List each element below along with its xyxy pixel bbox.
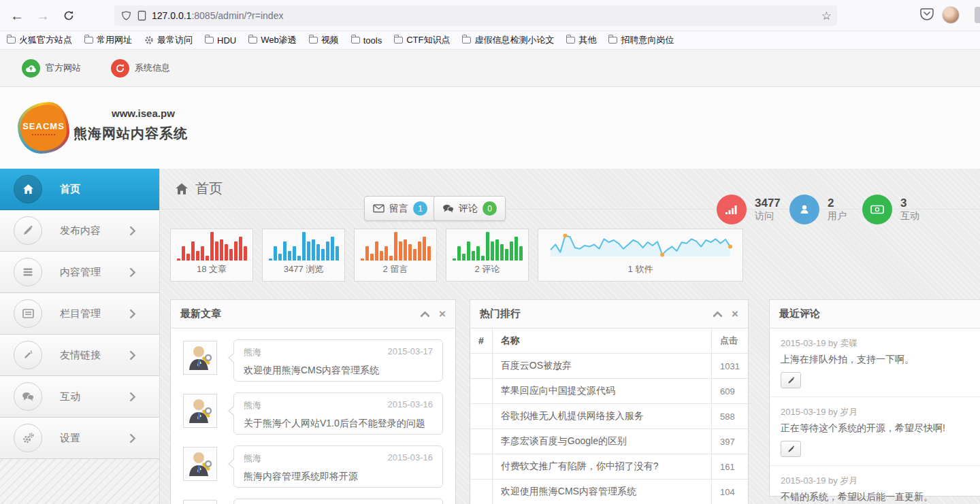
site-url: www.isea.pw (112, 107, 188, 119)
chat-bubbles-icon (442, 204, 454, 213)
pocket-icon[interactable] (919, 6, 935, 22)
chevron-right-icon (130, 434, 136, 443)
sidebar-nav: 首页 发布内容 内容管理 栏目管理 友情链接 互动 (0, 169, 160, 504)
article-name[interactable]: 苹果回应向中国提交源代码 (492, 379, 711, 404)
comment-meta: 2015-03-19 by 岁月 (781, 475, 980, 487)
sidebar-item-interaction[interactable]: 互动 (0, 376, 159, 418)
panel-header: 热门排行 × (470, 300, 748, 329)
panel-header: 最新文章 × (171, 300, 455, 329)
system-info-button[interactable]: 系统信息 (111, 59, 170, 78)
close-icon[interactable]: × (439, 308, 446, 320)
article-item[interactable]: 熊海2015-03-17 欢迎使用熊海CMS内容管理系统 (182, 339, 444, 382)
chevron-right-icon (130, 309, 136, 318)
comments-chart-label: 2 评论 (475, 263, 500, 275)
stat-box-messages[interactable]: 2 留言 (354, 229, 437, 282)
pencil-icon (787, 377, 795, 384)
folder-icon (205, 37, 214, 44)
article-name[interactable]: 百度云OS被放弃 (492, 354, 711, 379)
article-name[interactable]: 李彦宏谈百度与Google的区别 (492, 429, 711, 454)
bookmark-item[interactable]: 常用网址 (84, 34, 132, 46)
software-line-chart (548, 229, 733, 261)
reload-button[interactable] (59, 5, 79, 26)
bookmark-item[interactable]: tools (351, 35, 382, 46)
stat-box-articles[interactable]: 18 文章 (170, 229, 253, 282)
article-item[interactable]: 熊海2015-03-16 熊海内容管理系统即将开源 (182, 446, 444, 488)
sidebar-item-settings[interactable]: 设置 (0, 418, 159, 459)
stat-box-software[interactable]: 1 软件 (538, 229, 743, 282)
sidebar-item-publish[interactable]: 发布内容 (0, 210, 159, 252)
comments-button[interactable]: 评论 0 (434, 196, 506, 221)
profile-avatar[interactable] (942, 6, 960, 24)
interactions-value: 3 (900, 197, 919, 210)
back-button[interactable]: ← (7, 5, 27, 26)
collapse-icon[interactable] (713, 312, 722, 317)
bar-chart-icon (717, 195, 747, 224)
table-row[interactable]: 欢迎使用熊海CMS内容管理系统104 (470, 480, 748, 504)
folder-icon (84, 37, 93, 44)
breadcrumb: 首页 (160, 169, 980, 209)
bookmark-label: 虚假信息检测小论文 (474, 34, 554, 46)
shield-icon[interactable] (121, 10, 131, 22)
bookmark-item[interactable]: 视频 (309, 34, 339, 46)
bookmark-item[interactable]: HDU (205, 35, 236, 46)
articles-chart-label: 18 文章 (197, 263, 227, 275)
chevron-right-icon (130, 226, 136, 235)
article-name[interactable]: 付费软文推广有陷阱，你中招了没有? (492, 454, 711, 480)
sidebar-item-links[interactable]: 友情链接 (0, 335, 159, 376)
table-row[interactable]: 谷歌拟推无人机提供网络接入服务588 (470, 404, 748, 429)
article-title[interactable]: 熊海内容管理系统即将开源 (244, 471, 433, 483)
bookmark-label: Web渗透 (261, 34, 297, 46)
bookmark-label: CTF知识点 (406, 34, 450, 46)
messages-label: 留言 (389, 203, 408, 215)
main-content: 首页 18 文章 3477 浏览 2 留言 2 评论 1 软件 最新文章 (160, 169, 980, 504)
edit-comment-button[interactable] (781, 441, 801, 457)
folder-icon (566, 37, 575, 44)
table-row[interactable]: 李彦宏谈百度与Google的区别397 (470, 429, 748, 454)
bookmark-item[interactable]: 其他 (566, 34, 596, 46)
article-title[interactable]: 关于熊海个人网站V1.0后台不能登录的问题 (244, 418, 433, 430)
folder-icon (248, 37, 257, 44)
bookmark-item[interactable]: 招聘意向岗位 (608, 34, 674, 46)
user-icon (789, 195, 819, 224)
official-site-button[interactable]: 官方网站 (22, 59, 81, 78)
visits-label: 访问 (755, 210, 781, 222)
bookmark-item[interactable]: 火狐官方站点 (7, 34, 72, 46)
stat-box-comments[interactable]: 2 评论 (446, 229, 529, 282)
stat-box-views[interactable]: 3477 浏览 (262, 229, 345, 282)
table-row[interactable]: 付费软文推广有陷阱，你中招了没有?161 (470, 454, 748, 480)
comments-bar-chart (453, 231, 523, 261)
article-author: 熊海 (244, 452, 261, 465)
close-icon[interactable]: × (732, 308, 738, 320)
sidebar-item-home[interactable]: 首页 (0, 169, 159, 210)
table-row[interactable]: 苹果回应向中国提交源代码609 (470, 379, 748, 404)
article-title[interactable]: 欢迎使用熊海CMS内容管理系统 (244, 365, 433, 377)
edit-comment-button[interactable] (781, 372, 801, 388)
article-name[interactable]: 谷歌拟推无人机提供网络接入服务 (492, 404, 711, 429)
extension-icon[interactable] (975, 7, 980, 23)
messages-button[interactable]: 留言 1 (364, 196, 436, 221)
address-bar[interactable]: 127.0.0.1:8085/admin/?r=index ☆ (114, 5, 837, 26)
bookmark-item[interactable]: 虚假信息检测小论文 (462, 34, 554, 46)
collapse-icon[interactable] (421, 312, 429, 317)
bookmark-item[interactable]: CTF知识点 (394, 34, 450, 46)
sidebar-item-label: 内容管理 (60, 266, 101, 279)
article-name[interactable]: 欢迎使用熊海CMS内容管理系统 (492, 480, 711, 504)
comments-count-badge: 0 (483, 201, 497, 216)
pencil-icon (14, 216, 42, 245)
author-avatar (183, 394, 217, 428)
bookmark-label: 最常访问 (157, 34, 193, 46)
table-row[interactable]: 百度云OS被放弃1031 (470, 354, 748, 379)
sidebar-item-categories[interactable]: 栏目管理 (0, 293, 159, 335)
forward-button[interactable]: → (33, 5, 53, 26)
bookmark-item[interactable]: 最常访问 (144, 34, 193, 46)
bookmark-star-icon[interactable]: ☆ (821, 9, 832, 23)
article-item[interactable]: 熊海2015-03-16 关于熊海个人网站V1.0后台不能登录的问题 (182, 392, 444, 435)
brand-block: www.isea.pw 熊海网站内容系统 (74, 107, 188, 143)
sidebar-item-label: 栏目管理 (60, 307, 101, 320)
sidebar-item-content[interactable]: 内容管理 (0, 252, 159, 293)
panel-header: 最近评论 (770, 300, 980, 329)
browser-toolbar: ← → 127.0.0.1:8085/admin/?r=index ☆ (0, 0, 980, 31)
bookmark-item[interactable]: Web渗透 (248, 34, 297, 46)
column-header-name: 名称 (492, 329, 711, 354)
page-info-icon[interactable] (137, 10, 146, 21)
